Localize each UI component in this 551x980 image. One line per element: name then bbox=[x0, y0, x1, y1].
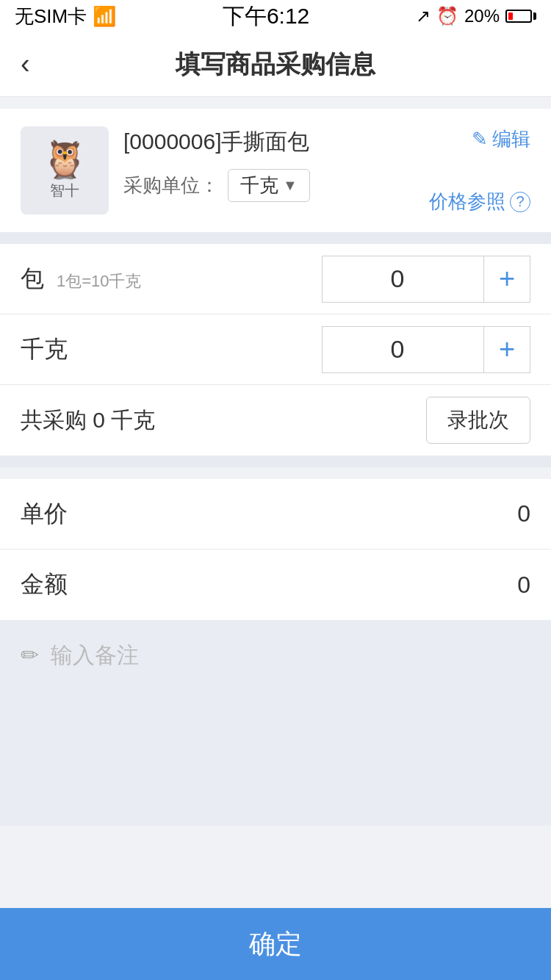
page-title: 填写商品采购信息 bbox=[176, 48, 375, 82]
dropdown-arrow-icon: ▼ bbox=[283, 177, 298, 194]
status-time: 下午6:12 bbox=[223, 1, 309, 32]
product-thumbnail: 🦉 智十 bbox=[21, 126, 109, 215]
note-placeholder: 输入备注 bbox=[51, 641, 139, 671]
help-icon: ? bbox=[510, 192, 530, 212]
unit-label: 采购单位： bbox=[123, 173, 219, 198]
status-left: 无SIM卡 📶 bbox=[15, 4, 116, 29]
unit-value: 千克 bbox=[240, 173, 278, 198]
kg-plus-button[interactable]: + bbox=[483, 326, 530, 373]
status-bar: 无SIM卡 📶 下午6:12 ↗ ⏰ 20% bbox=[0, 0, 551, 32]
summary-text: 共采购 0 千克 bbox=[21, 406, 426, 436]
kg-label: 千克 bbox=[21, 334, 322, 366]
kg-input-row: 千克 + bbox=[0, 314, 551, 385]
wifi-icon: 📶 bbox=[93, 5, 116, 28]
bao-input-wrap: + bbox=[322, 256, 530, 303]
unit-price-row: 单价 0 bbox=[0, 479, 551, 550]
amount-label: 金额 bbox=[21, 569, 517, 601]
unit-selector[interactable]: 千克 ▼ bbox=[228, 169, 310, 202]
edit-button[interactable]: ✎ 编辑 bbox=[472, 126, 530, 152]
edit-label: 编辑 bbox=[492, 126, 530, 152]
batch-button[interactable]: 录批次 bbox=[426, 397, 530, 444]
battery-percent: 20% bbox=[464, 6, 500, 26]
total-value: 0 bbox=[93, 408, 105, 432]
alarm-icon: ⏰ bbox=[436, 6, 458, 26]
bao-label: 包 1包=10千克 bbox=[21, 263, 322, 295]
section-divider-1 bbox=[0, 232, 551, 244]
price-section: 单价 0 金额 0 bbox=[0, 479, 551, 620]
nav-bar: ‹ 填写商品采购信息 bbox=[0, 32, 551, 97]
note-section[interactable]: ✏ 输入备注 bbox=[0, 620, 551, 826]
unit-price-value: 0 bbox=[517, 500, 530, 527]
product-name: [0000006]手撕面包 bbox=[123, 126, 530, 157]
bao-input[interactable] bbox=[322, 256, 483, 303]
edit-icon: ✎ bbox=[472, 128, 488, 151]
bao-sublabel: 1包=10千克 bbox=[57, 272, 142, 290]
battery-indicator bbox=[505, 10, 536, 23]
back-button[interactable]: ‹ bbox=[21, 48, 30, 80]
summary-row: 共采购 0 千克 录批次 bbox=[0, 385, 551, 455]
confirm-bar[interactable]: 确定 bbox=[0, 908, 551, 980]
price-ref-label: 价格参照 bbox=[429, 189, 505, 215]
product-thumb-icon: 🦉 bbox=[42, 141, 87, 178]
bao-plus-button[interactable]: + bbox=[483, 256, 530, 303]
product-thumb-label: 智十 bbox=[50, 181, 79, 201]
location-icon: ↗ bbox=[416, 6, 431, 26]
section-divider-2 bbox=[0, 455, 551, 467]
kg-input-wrap: + bbox=[322, 326, 530, 373]
amount-row: 金额 0 bbox=[0, 550, 551, 620]
amount-value: 0 bbox=[517, 572, 530, 599]
kg-input[interactable] bbox=[322, 326, 483, 373]
product-card: 🦉 智十 [0000006]手撕面包 采购单位： 千克 ▼ ✎ 编辑 价格参照 … bbox=[0, 109, 551, 232]
bao-input-row: 包 1包=10千克 + bbox=[0, 244, 551, 314]
unit-price-label: 单价 bbox=[21, 498, 517, 530]
quantity-section: 包 1包=10千克 + 千克 + bbox=[0, 244, 551, 385]
pencil-icon: ✏ bbox=[21, 642, 39, 668]
carrier-text: 无SIM卡 bbox=[15, 4, 87, 29]
price-ref-button[interactable]: 价格参照 ? bbox=[429, 189, 530, 215]
status-right: ↗ ⏰ 20% bbox=[416, 6, 536, 26]
confirm-button[interactable]: 确定 bbox=[249, 926, 302, 962]
